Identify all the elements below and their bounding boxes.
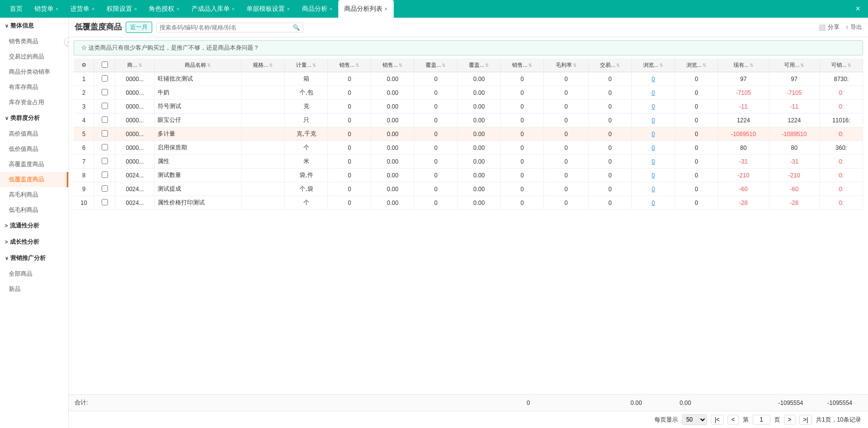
search-icon[interactable]: 🔍	[293, 24, 300, 31]
row-checkbox[interactable]	[102, 89, 108, 95]
col-code-header[interactable]: 商...⇅	[115, 58, 155, 72]
cell-checkbox[interactable]	[94, 86, 115, 100]
nav-sales-order-close[interactable]: ×	[55, 6, 58, 12]
row-checkbox[interactable]	[102, 75, 108, 82]
cell-browsecount[interactable]: 0	[632, 127, 675, 141]
sidebar-item-sales-goods[interactable]: 销售类商品	[0, 34, 68, 49]
cell-browsecount[interactable]: 0	[632, 114, 675, 127]
nav-close-all-button[interactable]: ×	[852, 4, 864, 13]
nav-home[interactable]: 首页	[4, 0, 28, 18]
cell-browsecount[interactable]: 0	[632, 182, 675, 196]
browse-link[interactable]: 0	[651, 158, 655, 165]
cell-checkbox[interactable]	[94, 72, 115, 86]
browse-link[interactable]: 0	[651, 89, 655, 96]
col-stockqty-header[interactable]: 现有...⇅	[718, 58, 769, 72]
browse-link[interactable]: 0	[651, 103, 655, 110]
last-page-button[interactable]: >|	[799, 415, 812, 425]
row-checkbox[interactable]	[102, 130, 108, 137]
nav-role-auth[interactable]: 角色授权 ×	[143, 0, 185, 18]
col-salescount2-header[interactable]: 销售...⇅	[501, 58, 544, 72]
col-transcount-header[interactable]: 交易...⇅	[589, 58, 632, 72]
nav-sales-order[interactable]: 销货单 ×	[28, 0, 64, 18]
col-covercount-header[interactable]: 覆盖...⇅	[414, 58, 458, 72]
nav-permission-settings-close[interactable]: ×	[134, 6, 137, 12]
nav-template-settings-close[interactable]: ×	[287, 6, 290, 12]
col-spec-header[interactable]: 规格...⇅	[242, 58, 285, 72]
nav-template-settings[interactable]: 单据模板设置 ×	[241, 0, 296, 18]
browse-link[interactable]: 0	[651, 186, 655, 193]
cell-checkbox[interactable]	[94, 182, 115, 196]
nav-product-analysis-list-close[interactable]: ×	[384, 6, 387, 12]
cell-browsecount[interactable]: 0	[632, 155, 675, 169]
col-browsecount2-header[interactable]: 浏览...⇅	[675, 58, 718, 72]
cell-checkbox[interactable]	[94, 100, 115, 114]
cell-browsecount[interactable]: 0	[632, 141, 675, 155]
browse-link[interactable]: 0	[651, 144, 655, 151]
filter-recent-month-button[interactable]: 近一月	[126, 22, 152, 33]
row-checkbox[interactable]	[102, 171, 108, 178]
nav-finished-goods[interactable]: 产成品入库单 ×	[186, 0, 241, 18]
row-checkbox[interactable]	[102, 199, 108, 205]
cell-browsecount[interactable]: 0	[632, 196, 675, 210]
col-saleableqty-header[interactable]: 可销...⇅	[819, 58, 863, 72]
col-checkbox-header[interactable]	[94, 58, 115, 72]
nav-product-analysis-close[interactable]: ×	[329, 6, 332, 12]
sidebar-item-new-goods[interactable]: 新品	[0, 282, 68, 297]
search-input[interactable]	[160, 24, 293, 31]
sidebar-item-all-goods[interactable]: 全部商品	[0, 266, 68, 282]
sidebar-item-high-value[interactable]: 高价值商品	[0, 126, 68, 142]
prev-page-button[interactable]: <	[728, 415, 739, 425]
col-grossrate-header[interactable]: 毛利率⇅	[544, 58, 589, 72]
nav-product-analysis[interactable]: 商品分析 ×	[296, 0, 338, 18]
settings-icon[interactable]: ⚙	[81, 62, 86, 68]
sidebar-item-low-margin[interactable]: 低毛利商品	[0, 202, 68, 218]
cell-checkbox[interactable]	[94, 196, 115, 210]
cell-checkbox[interactable]	[94, 169, 115, 182]
cell-browsecount[interactable]: 0	[632, 169, 675, 182]
col-unit-header[interactable]: 计量...⇅	[285, 58, 328, 72]
row-checkbox[interactable]	[102, 116, 108, 123]
browse-link[interactable]: 0	[651, 200, 655, 206]
cell-browsecount[interactable]: 0	[632, 100, 675, 114]
sidebar-item-low-coverage[interactable]: 低覆盖度商品	[0, 172, 68, 187]
row-checkbox[interactable]	[102, 103, 108, 109]
col-availqty-header[interactable]: 可用...⇅	[769, 58, 819, 72]
sidebar-item-stock-capital[interactable]: 库存资金占用	[0, 95, 68, 110]
page-size-select[interactable]: 50 20 100 200	[682, 414, 707, 425]
current-page-input[interactable]	[753, 415, 770, 425]
sidebar-item-low-value[interactable]: 低价值商品	[0, 142, 68, 157]
col-coverrate-header[interactable]: 覆盖...⇅	[458, 58, 501, 72]
nav-purchase-order-close[interactable]: ×	[91, 6, 94, 12]
browse-link[interactable]: 0	[651, 131, 655, 138]
sidebar-item-category-rate[interactable]: 商品分类动销率	[0, 64, 68, 80]
row-checkbox[interactable]	[102, 158, 108, 164]
row-checkbox[interactable]	[102, 144, 108, 150]
col-salesqty-header[interactable]: 销售...⇅	[328, 58, 371, 72]
browse-link[interactable]: 0	[651, 172, 655, 179]
select-all-checkbox[interactable]	[102, 61, 108, 68]
cell-checkbox[interactable]	[94, 114, 115, 127]
sidebar-item-traded-goods[interactable]: 交易过的商品	[0, 49, 68, 64]
next-page-button[interactable]: >	[784, 415, 795, 425]
col-salesamt-header[interactable]: 销售...⇅	[371, 58, 414, 72]
browse-link[interactable]: 0	[651, 117, 655, 124]
sidebar-section-marketing[interactable]: ∨ 营销推广分析	[0, 250, 68, 266]
first-page-button[interactable]: |<	[711, 415, 724, 425]
sidebar-section-circulation[interactable]: > 流通性分析	[0, 218, 68, 234]
sidebar-item-in-stock[interactable]: 有库存商品	[0, 80, 68, 95]
cell-checkbox[interactable]	[94, 141, 115, 155]
col-settings[interactable]: ⚙	[74, 58, 94, 72]
nav-finished-goods-close[interactable]: ×	[232, 6, 235, 12]
sidebar-section-growth[interactable]: > 成长性分析	[0, 234, 68, 250]
share-button[interactable]: ⬜ 分享	[818, 23, 840, 31]
nav-permission-settings[interactable]: 权限设置 ×	[101, 0, 143, 18]
row-checkbox[interactable]	[102, 185, 108, 192]
table-container[interactable]: ⚙ 商...⇅ 商品名称⇅ 规格...⇅ 计量...⇅ 销售...⇅ 销售...…	[69, 58, 868, 394]
browse-link[interactable]: 0	[651, 76, 655, 83]
nav-product-analysis-list[interactable]: 商品分析列表 ×	[338, 0, 393, 18]
col-browsecount-header[interactable]: 浏览...⇅	[632, 58, 675, 72]
sidebar-item-high-coverage[interactable]: 高覆盖度商品	[0, 157, 68, 172]
sidebar-section-overall[interactable]: ∨ 整体信息	[0, 18, 68, 34]
export-button[interactable]: ↑ 导出	[845, 23, 862, 31]
sidebar-section-cluster[interactable]: ∨ 类群度分析	[0, 110, 68, 126]
